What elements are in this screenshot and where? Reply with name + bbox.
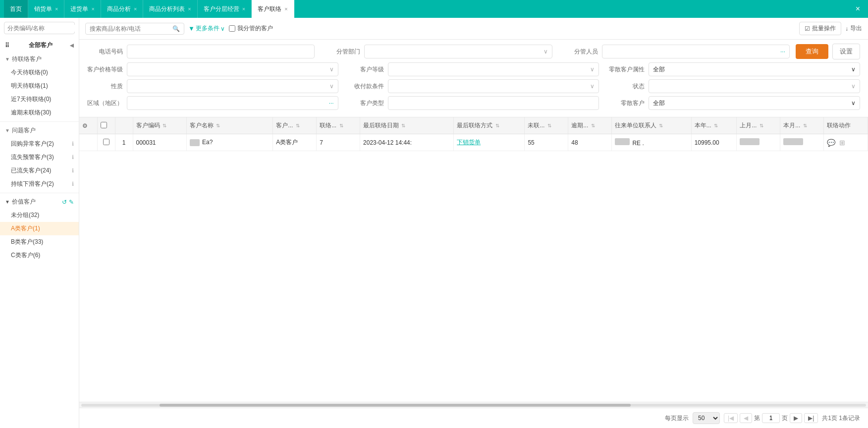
customer-type-field: 客户类型 [348,96,599,110]
name-col-header[interactable]: 客户名称 ⇅ [186,117,273,134]
tab-sales[interactable]: 销货单 × [28,0,64,18]
total-records: 共1页 1条记录 [822,414,860,423]
no-contact-col-header[interactable]: 未联... ⇅ [525,117,568,134]
last-page-button[interactable]: ▶| [804,413,818,423]
filter-form: 电话号码 分管部门 ∨ 分管人员 [79,40,868,117]
sidebar-item-overdue[interactable]: 逾期未联络(30) [0,106,79,119]
tab-customer-layer[interactable]: 客户分层经营 × [198,0,252,18]
status-select[interactable]: ∨ [649,79,860,93]
close-all-button[interactable]: × [852,4,864,13]
person-dots-icon: ··· [780,48,785,55]
overdue-sort-icon: ⇅ [591,123,595,128]
this-year-col-header[interactable]: 本年... ⇅ [691,117,737,134]
settings-button[interactable]: 设置 [832,44,860,59]
more-filters-button[interactable]: ▼ 更多条件 ∨ [188,24,225,33]
collapse-sidebar-icon[interactable]: ◀ [70,43,74,48]
sidebar-item-churned[interactable]: 已流失客户(24) ℹ [0,164,79,177]
code-col-header[interactable]: 客户编码 ⇅ [133,117,186,134]
row-last-method[interactable]: 下销货单 [454,134,525,151]
settings-col-header[interactable]: ⚙ [79,117,97,134]
qr-icon[interactable]: ⊞ [839,139,845,147]
close-goods-tab[interactable]: × [134,6,137,12]
sidebar-item-churn-warning[interactable]: 流失预警客户(3) ℹ [0,151,79,164]
this-month-placeholder [783,138,803,145]
sidebar-item-rebuy[interactable]: 回购异常客户(2) ℹ [0,137,79,151]
prev-page-button[interactable]: ◀ [740,413,752,423]
tab-customer-contact[interactable]: 客户联络 × [252,0,294,18]
last-date-col-header[interactable]: 最后联络日期 ⇅ [360,117,454,134]
price-level-label: 客户价格等级 [87,65,127,74]
close-goods-list-tab[interactable]: × [188,6,191,12]
pending-triangle-icon: ▼ [5,56,10,62]
per-page-select[interactable]: 50 100 200 [693,412,720,424]
region-label: 区域（地区） [87,99,127,107]
customer-type-select[interactable] [388,96,599,110]
problem-group-label[interactable]: ▼ 问题客户 [0,124,79,137]
tab-goods-list[interactable]: 商品分析列表 × [143,0,197,18]
nature-select[interactable]: ∨ [127,79,338,93]
sidebar-item-b-class[interactable]: B类客户(33) [0,235,79,249]
retail-attr-select[interactable]: 全部 ∨ [649,62,860,76]
customer-level-label: 客户等级 [348,65,388,74]
payment-label: 收付款条件 [348,82,388,91]
close-customer-contact-tab[interactable]: × [284,6,287,12]
last-month-placeholder [740,138,760,145]
class-col-header[interactable]: 客户... ⇅ [273,117,317,134]
row-checkbox[interactable] [103,139,109,145]
filter-search-box[interactable]: 🔍 [85,23,184,35]
value-edit-icon[interactable]: ✎ [69,199,74,206]
sidebar-item-c-class[interactable]: C类客户(6) [0,249,79,262]
select-all-checkbox[interactable] [101,122,107,128]
sidebar-item-declining[interactable]: 持续下滑客户(2) ℹ [0,177,79,191]
filter-row-2: 客户价格等级 ∨ 客户等级 ∨ [87,62,860,76]
page-number-input[interactable] [762,413,780,423]
sidebar-item-week-pending[interactable]: 近7天待联络(0) [0,93,79,106]
this-month-col-header[interactable]: 本月... ⇅ [780,117,824,134]
close-customer-layer-tab[interactable]: × [242,6,245,12]
value-refresh-icon[interactable]: ↺ [62,199,67,206]
tab-home[interactable]: 首页 [4,0,28,18]
all-customers-header[interactable]: ⠿ 全部客户 ◀ [0,38,79,53]
scroll-thumb[interactable] [160,404,630,407]
sidebar-item-ungrouped[interactable]: 未分组(32) [0,209,79,222]
tab-purchase[interactable]: 进货单 × [64,0,101,18]
customer-level-select[interactable]: ∨ [388,62,599,76]
export-button[interactable]: ↓ 导出 [845,24,862,33]
my-customers-check[interactable] [229,25,235,32]
dept-select[interactable]: ∨ [364,45,552,58]
checkbox-col-header[interactable] [97,117,115,134]
sidebar-item-a-class[interactable]: A类客户(1) [0,222,79,235]
horizontal-scrollbar[interactable] [79,402,868,408]
close-purchase-tab[interactable]: × [91,6,94,12]
phone-input[interactable] [127,45,315,58]
close-sales-tab[interactable]: × [55,6,58,12]
value-actions: ↺ ✎ [62,199,74,206]
last-method-col-header[interactable]: 最后联络方式 ⇅ [454,117,525,134]
query-button[interactable]: 查询 [796,44,828,59]
chat-icon[interactable]: 💬 [827,139,835,147]
main-layout: 🔍 ⠿ 全部客户 ◀ ▼ 待联络客户 今天待联络(0) 明天待联络(1) 近7天… [0,18,868,428]
overdue-col-header[interactable]: 逾期... ⇅ [568,117,612,134]
region-input[interactable]: ··· [127,96,338,110]
sidebar-item-today-pending[interactable]: 今天待联络(0) [0,66,79,79]
row-checkbox-cell[interactable] [97,134,115,151]
contact-count-col-header[interactable]: 联络... ⇅ [317,117,360,134]
my-customers-checkbox[interactable]: 我分管的客户 [229,24,273,33]
sidebar-search[interactable]: 🔍 [4,22,75,34]
main-search-input[interactable] [90,25,172,32]
filter-bar: 🔍 ▼ 更多条件 ∨ 我分管的客户 ☑ 批量操作 [79,18,868,40]
payment-select[interactable]: ∨ [388,79,599,93]
price-level-select[interactable]: ∨ [127,62,338,76]
unit-contact-col-header[interactable]: 往来单位联系人 ⇅ [612,117,692,134]
last-month-col-header[interactable]: 上月... ⇅ [737,117,780,134]
person-input[interactable]: ··· [602,45,790,58]
sidebar-search-input[interactable] [7,25,79,32]
sidebar-item-tomorrow-pending[interactable]: 明天待联络(1) [0,79,79,93]
unit-contact-placeholder [615,138,630,145]
next-page-button[interactable]: ▶ [790,413,802,423]
tab-goods-analysis[interactable]: 商品分析 × [101,0,143,18]
batch-op-button[interactable]: ☑ 批量操作 [799,22,841,35]
first-page-button[interactable]: |◀ [724,413,738,423]
retail-customer-select[interactable]: 全部 ∨ [649,96,860,110]
pending-group-label[interactable]: ▼ 待联络客户 [0,53,79,66]
